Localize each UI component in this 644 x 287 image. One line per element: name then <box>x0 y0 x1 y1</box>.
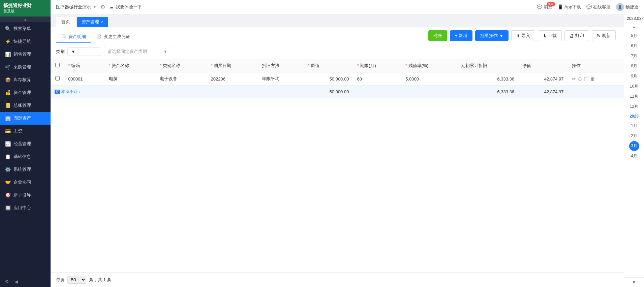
side-panel-bottom: ▼ <box>624 277 644 287</box>
import-btn[interactable]: ⬆ 导入 <box>511 30 535 41</box>
main-area: 医疗器械行业演示 ▼ ⚙ ☁ 我要体验一下 💬 消息 99+ 📱 App下载 💬… <box>51 0 644 287</box>
new-btn[interactable]: + 新增 <box>450 30 472 41</box>
messages-btn[interactable]: 💬 消息 99+ <box>537 4 552 10</box>
sidebar-item-fixedassets[interactable]: 🏢固定资产 <box>0 112 51 125</box>
month-item[interactable]: 11月 <box>625 92 643 101</box>
sidebar-item-label: 采购管理 <box>13 64 31 70</box>
month-item[interactable]: 1月 <box>625 121 643 131</box>
month-item[interactable]: 6月 <box>625 41 643 51</box>
edit-icon[interactable]: ✏ <box>572 76 576 82</box>
messages-badge: 99+ <box>547 2 555 6</box>
cell-residual-rate: 5.0000 <box>401 72 457 86</box>
select-all-checkbox[interactable] <box>55 63 60 67</box>
batch-ops-btn[interactable]: 批量操作 ▼ <box>475 30 509 41</box>
side-panel-months: 5月6月7月8月9月10月11月12月20231月2月3月4月 <box>624 31 644 277</box>
sub-tab-asset-detail[interactable]: 📄 资产明细 <box>56 31 91 43</box>
delete-icon[interactable]: 🗑 <box>590 76 595 82</box>
experience-btn[interactable]: ☁ 我要体验一下 <box>109 4 142 10</box>
side-panel-nav-up[interactable]: ▲ <box>624 23 644 31</box>
sidebar-item-appcenter[interactable]: 🔲应用中心 <box>0 201 51 214</box>
refresh-btn[interactable]: ↻ 刷新 <box>592 30 616 41</box>
sidebar-item-basicinfo[interactable]: 📋基础信息 <box>0 150 51 163</box>
month-item[interactable]: 5月 <box>625 31 643 41</box>
sub-tab-voucher[interactable]: 📑 变更生成凭证 <box>91 31 135 43</box>
side-panel-close-icon[interactable]: × <box>641 16 644 21</box>
topbar: 医疗器械行业演示 ▼ ⚙ ☁ 我要体验一下 💬 消息 99+ 📱 App下载 💬… <box>51 0 644 14</box>
sidebar-item-label: 经营管理 <box>13 141 31 147</box>
row-checkbox[interactable] <box>55 76 60 81</box>
subtotal-net-value: 42,874.97 <box>518 86 568 98</box>
cloud-icon: ☁ <box>109 4 114 9</box>
sidebar-item-inventory[interactable]: 📦库存核算 <box>0 73 51 86</box>
sidebar-item-label: 搜索菜单 <box>13 26 31 32</box>
company-name: 医疗器械行业演示 <box>56 4 91 10</box>
quicknav-icon: ⚡ <box>5 39 11 44</box>
sidebar-item-purchase[interactable]: 🛒采购管理 <box>0 61 51 73</box>
download-btn[interactable]: ⬇ 下载 <box>538 30 562 41</box>
enterprise-icon: 🤝 <box>5 180 11 185</box>
month-item[interactable]: 12月 <box>625 102 643 111</box>
cell-original-value: 50,000.00 <box>304 72 353 86</box>
sidebar-item-salary[interactable]: 💳工资 <box>0 125 51 137</box>
cell-name: 电脑 <box>105 72 156 86</box>
sidebar-item-ledger[interactable]: 📒总账管理 <box>0 99 51 112</box>
settings-icon[interactable]: ⚙ <box>5 279 9 284</box>
month-item[interactable]: 9月 <box>625 71 643 81</box>
message-icon: 💬 <box>537 4 542 9</box>
refresh-icon: ↻ <box>597 33 601 38</box>
cell-initial-depreciation: 6,333.36 <box>457 72 519 86</box>
month-item[interactable]: 2月 <box>625 131 643 141</box>
sidebar-item-enterprise[interactable]: 🤝企业协同 <box>0 176 51 189</box>
reconcile-btn[interactable]: 对账 <box>428 30 447 41</box>
category-select-arrow: ▼ <box>71 49 75 54</box>
guide-icon: 🎯 <box>5 192 11 198</box>
user-btn[interactable]: 👤 畅捷通 <box>616 3 639 11</box>
settings-gear-icon[interactable]: ⚙ <box>100 4 105 10</box>
copy-icon[interactable]: ⊕ <box>578 76 582 82</box>
month-item[interactable]: 7月 <box>625 51 643 61</box>
sidebar-item-label: 快捷导航 <box>13 38 31 44</box>
col-residual-rate: * 残值率(%) <box>401 59 457 72</box>
category-select[interactable]: ▼ <box>67 47 101 56</box>
sidebar-item-search[interactable]: 🔍搜索菜单 <box>0 22 51 35</box>
sidebar-item-sales[interactable]: 📊销售管理 <box>0 48 51 61</box>
month-item[interactable]: 4月 <box>625 151 643 161</box>
sidebar-item-funds[interactable]: 💰资金管理 <box>0 86 51 99</box>
print-btn[interactable]: 🖨 打印 <box>564 30 589 41</box>
transfer-icon[interactable]: ⬚ <box>584 76 588 82</box>
sidebar-item-label: 总账管理 <box>13 102 31 108</box>
sidebar-item-quicknav[interactable]: ⚡快捷导航 <box>0 35 51 48</box>
basicinfo-icon: 📋 <box>5 154 11 159</box>
inventory-icon: 📦 <box>5 77 11 83</box>
sidebar-item-label: 工资 <box>13 128 22 134</box>
per-page-select[interactable]: 50 100 200 <box>67 276 86 284</box>
sidebar-scroll-up[interactable]: ▲ <box>0 17 51 22</box>
tab-asset-management[interactable]: 资产管理 × <box>77 17 108 27</box>
appcenter-icon: 🔲 <box>5 205 11 211</box>
col-purchase-date: * 购买日期 <box>207 59 258 72</box>
month-item[interactable]: 8月 <box>625 61 643 71</box>
online-service-btn[interactable]: 💬 在线客服 <box>586 4 611 10</box>
sidebar-item-operations[interactable]: 📈经营管理 <box>0 137 51 150</box>
sidebar-item-guide[interactable]: 🎯新手引导 <box>0 189 51 201</box>
side-panel-collapse-btn[interactable]: ▼ <box>632 280 637 285</box>
subtotal-row: 页 本页小计： 50,000.00 6,333.36 42,874.97 <box>51 86 624 98</box>
month-item[interactable]: 3月 <box>629 141 639 151</box>
download-icon: 📱 <box>558 4 563 9</box>
cell-category: 电子设备 <box>156 72 207 86</box>
tab-close-icon[interactable]: × <box>101 20 103 24</box>
year-label: 2023 <box>625 112 643 121</box>
fixedassets-icon: 🏢 <box>5 116 11 121</box>
app-download-btn[interactable]: 📱 App下载 <box>558 4 581 10</box>
month-item[interactable]: 10月 <box>625 82 643 91</box>
category-placeholder: 请选择固定资产类别 <box>108 49 147 55</box>
category-input[interactable]: 请选择固定资产类别 ▼ <box>104 47 171 56</box>
collapse-icon[interactable]: ◀ <box>14 279 18 284</box>
company-selector[interactable]: 医疗器械行业演示 ▼ <box>56 4 96 10</box>
col-initial-depreciation: 期初累计折旧 <box>457 59 519 72</box>
tab-home[interactable]: 首页 <box>56 17 75 27</box>
sidebar-item-system[interactable]: ⚙️系统管理 <box>0 163 51 176</box>
side-panel: 2023.03 × ⤢ ▲ 5月6月7月8月9月10月11月12月20231月2… <box>624 14 644 287</box>
sidebar-item-label: 应用中心 <box>13 205 31 211</box>
sidebar-logo: 畅捷通好业财 普及版 <box>0 0 51 17</box>
